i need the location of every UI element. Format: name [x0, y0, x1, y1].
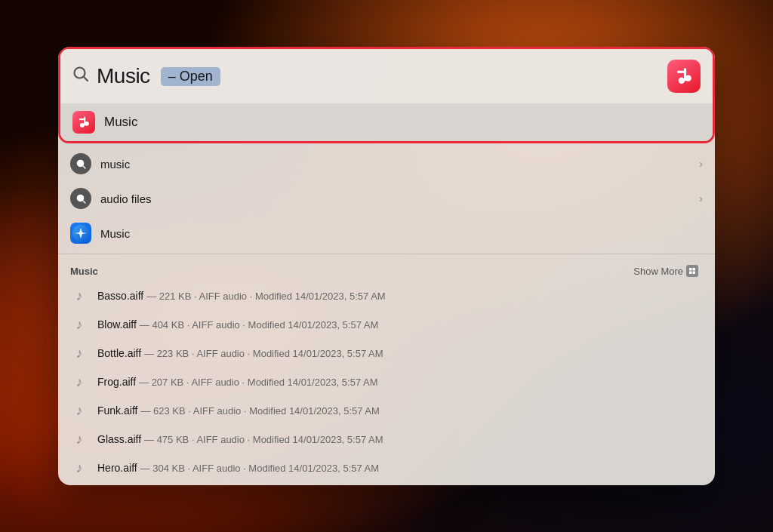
svg-line-1 [84, 77, 88, 81]
svg-rect-8 [84, 117, 85, 126]
audio-file-icon-4: ♪ [70, 373, 88, 391]
audio-file-icon-6: ♪ [70, 430, 88, 448]
spotlight-window: Music – Open Music [58, 47, 715, 485]
suggestion-music-text: music [100, 158, 690, 171]
search-circle-icon [70, 153, 91, 174]
spotlight-top-section: Music – Open Music [58, 47, 715, 143]
search-query-text: Music [97, 64, 150, 88]
svg-rect-5 [677, 71, 686, 73]
svg-rect-17 [693, 268, 696, 271]
file-hero-name: Hero.aiff — 304 KB · AIFF audio · Modifi… [97, 462, 379, 474]
suggestion-safari-text: Music [100, 227, 703, 240]
music-app-top-icon [667, 60, 701, 93]
svg-line-11 [82, 165, 85, 168]
files-section-header: Music Show More [58, 257, 715, 281]
section-divider [58, 254, 715, 254]
show-more-label: Show More [633, 266, 683, 277]
show-more-icon [686, 265, 698, 277]
file-funk-name: Funk.aiff — 623 KB · AIFF audio · Modifi… [97, 404, 380, 417]
safari-icon [70, 223, 91, 244]
suggestions-list: music › audio files › [58, 143, 715, 485]
audio-file-icon-7: ♪ [70, 459, 88, 477]
svg-rect-9 [79, 118, 85, 120]
file-item-blow[interactable]: ♪ Blow.aiff — 404 KB · AIFF audio · Modi… [58, 310, 715, 339]
file-item-frog[interactable]: ♪ Frog.aiff — 207 KB · AIFF audio · Modi… [58, 367, 715, 396]
file-frog-name: Frog.aiff — 207 KB · AIFF audio · Modifi… [97, 376, 378, 388]
svg-rect-18 [689, 272, 692, 275]
audio-file-icon-2: ♪ [70, 315, 88, 334]
svg-line-13 [82, 200, 85, 202]
file-bottle-name: Bottle.aiff — 223 KB · AIFF audio · Modi… [97, 347, 383, 359]
file-blow-name: Blow.aiff — 404 KB · AIFF audio · Modifi… [97, 318, 378, 331]
file-item-basso[interactable]: ♪ Basso.aiff — 221 KB · AIFF audio · Mod… [58, 281, 715, 310]
chevron-right-icon-2: › [699, 192, 703, 204]
search-circle-icon-2 [70, 188, 91, 209]
svg-rect-19 [693, 272, 696, 275]
audio-file-icon-3: ♪ [70, 344, 88, 362]
file-basso-name: Basso.aiff — 221 KB · AIFF audio · Modif… [97, 290, 386, 302]
file-item-bottle[interactable]: ♪ Bottle.aiff — 223 KB · AIFF audio · Mo… [58, 339, 715, 367]
suggestion-audio-text: audio files [100, 192, 690, 205]
show-more-button[interactable]: Show More [629, 263, 703, 278]
audio-file-icon: ♪ [70, 287, 88, 305]
file-item-funk[interactable]: ♪ Funk.aiff — 623 KB · AIFF audio · Modi… [58, 396, 715, 425]
top-result-music[interactable]: Music [60, 103, 713, 141]
search-icon [72, 66, 89, 87]
suggestion-safari-music[interactable]: Music [58, 216, 715, 251]
suggestion-music-search[interactable]: music › [58, 146, 715, 181]
file-item-hero[interactable]: ♪ Hero.aiff — 304 KB · AIFF audio · Modi… [58, 454, 715, 482]
file-glass-name: Glass.aiff — 475 KB · AIFF audio · Modif… [97, 433, 383, 445]
audio-file-icon-5: ♪ [70, 401, 88, 420]
svg-rect-16 [689, 268, 692, 271]
top-result-label: Music [104, 115, 137, 130]
svg-rect-4 [684, 69, 686, 81]
svg-point-2 [679, 78, 685, 84]
search-open-badge: – Open [161, 67, 220, 86]
files-section-title: Music [70, 266, 98, 277]
chevron-right-icon: › [699, 158, 703, 170]
suggestion-audio-files[interactable]: audio files › [58, 181, 715, 216]
svg-point-6 [80, 123, 85, 128]
search-bar: Music – Open [60, 49, 713, 103]
top-result-music-icon [72, 111, 95, 134]
file-item-glass[interactable]: ♪ Glass.aiff — 475 KB · AIFF audio · Mod… [58, 425, 715, 454]
